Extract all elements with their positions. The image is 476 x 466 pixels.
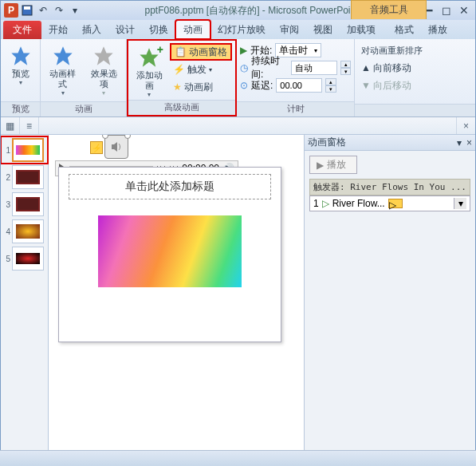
trigger-icon: ⚡ (173, 64, 185, 75)
svg-marker-3 (53, 46, 72, 65)
slide-editor[interactable]: ⚡ ⏮ ⏭ 00:00.00 🔊 单击此处添加标题 (49, 135, 304, 451)
animation-pane-play-button[interactable]: ▶ 播放 (309, 156, 357, 174)
thumbnail-3[interactable]: 3 (2, 192, 46, 216)
animation-indicator-icon[interactable]: ⚡ (90, 141, 103, 154)
move-later-button: ▼向后移动 (358, 77, 426, 94)
tab-addins[interactable]: 加载项 (340, 21, 383, 39)
restore-button[interactable]: ◻ (439, 3, 454, 18)
tab-insert[interactable]: 插入 (75, 21, 108, 39)
redo-icon[interactable]: ↷ (52, 3, 66, 18)
add-animation-button[interactable]: + 添加动画 ▾ (132, 43, 167, 100)
up-icon: ▲ (361, 62, 371, 73)
audio-object[interactable] (104, 135, 128, 159)
speaker-icon[interactable] (104, 135, 128, 159)
preview-button[interactable]: 预览 ▾ (4, 41, 37, 88)
animation-pane-title: 动画窗格 (308, 136, 346, 149)
slide-image[interactable] (98, 215, 242, 287)
delay-label: 延迟: (251, 79, 273, 93)
outline-view-button[interactable]: ≡ (20, 117, 39, 134)
title-placeholder[interactable]: 单击此处添加标题 (69, 174, 271, 199)
close-button[interactable]: ✕ (456, 3, 472, 18)
thumbnail-1[interactable]: 1 (2, 138, 46, 162)
group-advanced-label: 高级动画 (128, 100, 235, 115)
trigger-button[interactable]: ⚡ 触发 ▾ (170, 61, 232, 78)
tab-view[interactable]: 视图 (306, 21, 340, 39)
delay-field[interactable]: 00.00 (276, 78, 322, 93)
audio-tools-contextual-tab: 音频工具 (351, 0, 427, 19)
thumbnails-view-button[interactable]: ▦ (1, 117, 20, 134)
move-earlier-button[interactable]: ▲向前移动 (358, 59, 426, 77)
tab-format[interactable]: 格式 (387, 21, 421, 39)
duration-icon: ◷ (240, 62, 248, 73)
play-effect-icon: ▷ (322, 198, 329, 209)
timeline-bar: ▷ (388, 199, 403, 208)
app-icon: P (4, 3, 18, 18)
thumbnail-5[interactable]: 5 (2, 247, 46, 271)
play-icon: ▶ (317, 160, 324, 171)
delay-icon: ⊙ (240, 80, 248, 91)
close-panel-button[interactable]: × (456, 117, 475, 134)
tab-review[interactable]: 审阅 (273, 21, 306, 39)
tab-animations[interactable]: 动画 (175, 20, 210, 39)
delay-spinner[interactable]: ▴▾ (325, 78, 336, 93)
animation-pane: 动画窗格 ▾ × ▶ 播放 触发器: River Flows In You ..… (304, 135, 475, 451)
thumbnail-2[interactable]: 2 (2, 165, 46, 189)
duration-field[interactable]: 自动 (291, 61, 337, 75)
save-icon[interactable] (20, 3, 34, 18)
duration-spinner[interactable]: ▴▾ (340, 61, 351, 75)
painter-icon: ★ (173, 81, 182, 93)
item-dropdown-icon[interactable]: ▾ (454, 198, 466, 209)
animation-pane-button[interactable]: 📋 动画窗格 (170, 43, 232, 61)
group-preview-label: 预览 (1, 101, 40, 116)
group-timing-label: 计时 (237, 101, 354, 116)
tab-playback[interactable]: 播放 (421, 21, 454, 39)
svg-marker-2 (11, 46, 30, 65)
tab-home[interactable]: 开始 (41, 21, 75, 39)
animation-item-1[interactable]: 1 ▷ River Flow... ▷ ▾ (309, 195, 470, 211)
status-bar (0, 450, 476, 466)
slide-thumbnails: 1 2 3 4 5 (1, 135, 49, 451)
down-icon: ▼ (361, 80, 371, 91)
tab-slideshow[interactable]: 幻灯片放映 (210, 21, 273, 39)
thumbnail-4[interactable]: 4 (2, 219, 46, 243)
animation-pane-icon: 📋 (175, 46, 187, 57)
start-play-icon: ▶ (240, 45, 247, 56)
effect-options-button: 效果选项 ▾ (85, 41, 124, 98)
animation-styles-button[interactable]: 动画样式 ▾ (44, 41, 82, 98)
svg-marker-4 (95, 46, 113, 65)
group-animation-label: 动画 (41, 101, 126, 116)
animation-painter-button[interactable]: ★ 动画刷 (170, 78, 232, 96)
reorder-label: 对动画重新排序 (358, 41, 426, 59)
undo-icon[interactable]: ↶ (36, 3, 50, 18)
tab-file[interactable]: 文件 (3, 21, 41, 39)
svg-rect-1 (24, 6, 30, 10)
tab-transitions[interactable]: 切换 (142, 21, 175, 39)
slide-canvas[interactable]: 单击此处添加标题 (58, 167, 281, 342)
qat-more-icon[interactable]: ▾ (68, 3, 82, 18)
outline-thumbnail-bar: ▦ ≡ × (1, 117, 475, 135)
ribbon-tabs: 文件 开始 插入 设计 切换 动画 幻灯片放映 审阅 视图 加载项 格式 播放 (1, 20, 475, 39)
ribbon: 预览 ▾ 预览 动画样式 ▾ 效果选项 ▾ 动画 + 添加动画 ▾ (1, 39, 475, 117)
pane-menu-icon[interactable]: ▾ (457, 137, 462, 148)
trigger-header[interactable]: 触发器: River Flows In You ... (309, 179, 470, 195)
pane-close-icon[interactable]: × (466, 137, 472, 148)
svg-marker-5 (140, 48, 158, 66)
tab-design[interactable]: 设计 (108, 21, 142, 39)
